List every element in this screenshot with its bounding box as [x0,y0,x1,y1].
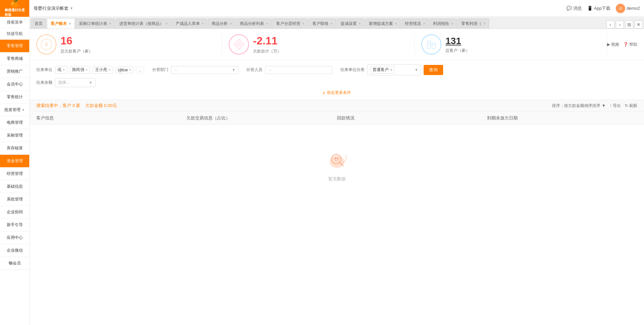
unit-class-filter-label: 往来单位分类 [340,67,364,73]
app-download-btn[interactable]: 📱 App下载 [587,5,610,11]
tab-raise-settings[interactable]: 提成设置 × [337,19,364,29]
tab-purchase-stat-close[interactable]: × [166,22,168,26]
sidebar-item-member[interactable]: 会员中心 [0,78,29,91]
refresh-btn[interactable]: ↻ 刷新 [625,103,637,109]
tab-operation-status-close[interactable]: × [423,22,425,26]
sidebar-item-retail-mall[interactable]: 零售商城 [0,52,29,65]
stat-debt-total: -2.11 欠款合计（万） [222,34,415,55]
sidebar-item-operation[interactable]: 经营管理 [0,168,29,180]
unit-tag-2[interactable]: 陈民强 × [70,66,90,74]
chevron-up-icon: ∧ [323,91,326,95]
balance-filter-label: 往来余额 [36,80,52,85]
svg-rect-10 [433,44,434,45]
results-unit: 家 [76,103,80,108]
tab-purchase-stat[interactable]: 进货单统计表（按商品） × [116,19,171,29]
unit-tag-1[interactable]: 佤 × [55,66,67,74]
stat-diamond-icon [229,34,249,55]
tab-profit-report[interactable]: 利润报告 × [429,19,457,29]
stats-bar: ¥ 16 总欠款客户（家） -2.11 欠款合计（ [30,29,644,60]
tab-purchase-order-close[interactable]: × [109,22,111,26]
tab-close-all-btn[interactable]: ✕ [635,21,643,29]
unit-tag-2-close[interactable]: × [86,68,88,72]
person-filter-dots[interactable]: ··· [268,68,271,72]
stat-total-customers-label: 总客户（家） [445,48,470,53]
tab-customer-cost[interactable]: 客户账本 × [47,19,75,29]
unit-tag-more[interactable]: ... [136,67,144,73]
tab-production-in-label: 产成品入库单 [176,21,200,27]
tab-purchase-order[interactable]: 采购订单统计表 × [75,19,115,29]
tab-goods-analysis-list[interactable]: 商品分析列表 × [236,19,272,29]
tab-profit-report-close[interactable]: × [451,22,453,26]
tab-customer-layer-close[interactable]: × [302,22,304,26]
person-filter-select[interactable]: ··· [265,66,332,74]
sidebar-item-finance[interactable]: 资金管理 [0,155,29,168]
sidebar-item-newbie[interactable]: 新手引导 [0,219,29,231]
stat-debt-total-label: 欠款合计（万） [253,48,281,54]
balance-filter-select[interactable]: 选择... ▼ [55,78,95,87]
message-btn[interactable]: 💬 消息 [566,5,582,11]
tab-goods-analysis-close[interactable]: × [230,22,232,26]
unit-class-tag-close[interactable]: × [390,68,392,72]
sidebar-item-enterprise[interactable]: 企业协同 [0,206,29,219]
tabbar-actions: ‹ › ⊞ ✕ [606,21,643,29]
unit-tag-3-close[interactable]: × [109,68,111,72]
tab-retail-profit-close[interactable]: × [483,22,485,26]
tab-new-raise[interactable]: 新增提成方案 × [365,19,401,29]
account-selector[interactable]: 母婴行业演示帐套 ▼ [34,5,73,11]
tab-customer-connect-close[interactable]: × [331,22,333,26]
dept-filter-label: 分管部门 [152,67,168,73]
search-button[interactable]: 查询 [424,65,443,75]
user-profile[interactable]: d demo2 [616,4,640,13]
sidebar-item-system[interactable]: 系统管理 [0,193,29,206]
tab-new-raise-close[interactable]: × [395,22,397,26]
tab-retail-profit[interactable]: 零售利润（ × [458,19,489,29]
sidebar-item-ecommerce[interactable]: 电商管理 [0,116,29,129]
sidebar-item-retail[interactable]: 零售管理 [0,40,29,52]
sidebar-item-vip[interactable]: 畅会员 [0,257,29,270]
sidebar-item-marketing[interactable]: 营销推广 [0,65,29,78]
export-btn[interactable]: ↑ 导出 [610,103,621,109]
sidebar-item-retail-stat[interactable]: 零售统计 [0,91,29,104]
sidebar-item-base-info[interactable]: 基础信息 [0,180,29,193]
tab-expand-btn[interactable]: ⊞ [625,21,633,29]
sidebar-item-purchase[interactable]: 采购管理 [0,129,29,142]
sidebar-item-wholesale[interactable]: 批发管理 ▼ [0,104,29,116]
results-actions: 排序：按欠款金额倒序排序 ▼ ↑ 导出 ↻ 刷新 [552,103,637,109]
sidebar-item-wechat[interactable]: 企业微信 [0,244,29,257]
tab-next-btn[interactable]: › [616,21,624,29]
unit-tag-4[interactable]: cjttcw × [116,67,134,73]
empty-state: 暂无数据 [30,125,644,202]
tab-operation-status[interactable]: 经营情况 × [401,19,429,29]
unit-tag-1-close[interactable]: × [63,68,65,72]
svg-rect-5 [432,43,435,48]
tab-production-in[interactable]: 产成品入库单 × [172,19,208,29]
tab-customer-cost-close[interactable]: × [69,22,71,26]
logo-text: 畅捷通好生意标版 [5,8,25,17]
account-selector-arrow: ▼ [70,6,73,10]
tab-home[interactable]: 首页 [31,19,46,29]
sidebar-item-quick-nav[interactable]: 快捷导航 [0,28,29,40]
tab-production-in-close[interactable]: × [202,22,204,26]
sidebar-item-search[interactable]: 搜索菜单 [0,17,29,28]
logo-icon: 🍊 [10,0,19,8]
dept-filter-select[interactable]: ··· ▼ [171,66,238,74]
sidebar-item-inventory[interactable]: 库存核算 [0,142,29,155]
dept-filter-dots[interactable]: ··· [174,68,177,72]
empty-icon [324,145,350,172]
unit-tag-4-close[interactable]: × [129,68,131,72]
tab-goods-analysis-label: 商品分析 [212,21,228,27]
tab-prev-btn[interactable]: ‹ [606,21,614,29]
tab-customer-connect[interactable]: 客户联络 × [309,19,336,29]
sidebar-item-app-center[interactable]: 应用中心 [0,231,29,244]
tab-goods-analysis-list-close[interactable]: × [266,22,268,26]
sort-select[interactable]: 排序：按欠款金额倒序排序 ▼ [552,103,606,109]
unit-tag-3[interactable]: 王小亮 × [93,66,113,74]
collapse-filter-btn[interactable]: ∧ 收起更多条件 [36,90,637,96]
unit-class-filter-select[interactable]: 普通客户 × ▼ [367,64,421,75]
tab-goods-analysis[interactable]: 商品分析 × [208,19,235,29]
tab-raise-settings-close[interactable]: × [359,22,361,26]
help-link[interactable]: ❓ 帮助 [623,42,637,47]
video-link[interactable]: ▶ 视频 [607,42,619,47]
results-text-prefix: 搜索结果中，客户 [36,103,71,108]
tab-customer-layer[interactable]: 客户分层经营 × [272,19,308,29]
